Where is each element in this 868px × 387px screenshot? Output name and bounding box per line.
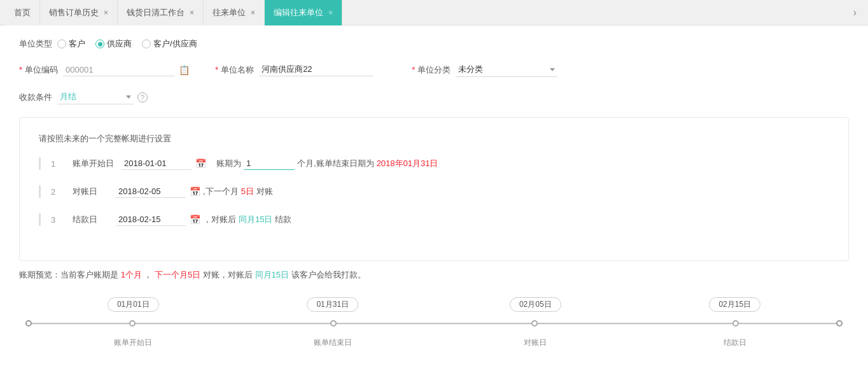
tab-close-partner-units[interactable]: × <box>251 8 255 17</box>
tab-home[interactable]: 首页 <box>5 0 40 25</box>
unit-category-chevron-icon <box>550 68 555 71</box>
timeline-date-4: 02月15日 <box>709 297 760 312</box>
unit-type-label: 单位类型 <box>19 38 52 50</box>
preview-part2: 下一个月5日 <box>155 270 200 279</box>
unit-code-item: * 单位编码 📋 <box>19 64 190 76</box>
unit-type-row: 单位类型 客户 供应商 客户/供应商 <box>19 38 849 50</box>
unit-category-item: * 单位分类 未分类 <box>412 62 557 77</box>
timeline-node-1: 01月01日 <box>108 297 159 317</box>
account-start-date-input[interactable] <box>122 157 192 170</box>
timeline-node-3: 02月05日 <box>510 297 561 317</box>
unit-name-required: * <box>215 65 218 74</box>
timeline-label-3: 对账日 <box>524 337 547 348</box>
payment-condition-chevron-icon <box>126 95 131 99</box>
timeline-date-1: 01月01日 <box>108 297 159 312</box>
timeline-node-2: 01月31日 <box>307 297 358 317</box>
unit-code-label: 单位编码 <box>25 64 58 76</box>
radio-both[interactable]: 客户/供应商 <box>142 38 197 50</box>
preview-part1: 1个月 <box>121 270 142 279</box>
payment-condition-help-icon[interactable]: ? <box>137 92 148 102</box>
period-value-input[interactable] <box>244 157 295 170</box>
timeline-date-3: 02月05日 <box>510 297 561 312</box>
preview-prefix: 账期预览：当前客户账期是 <box>19 270 118 279</box>
reconciliation-calendar-icon[interactable]: 📅 <box>190 186 200 197</box>
payment-date-input[interactable] <box>116 213 186 226</box>
preview-mid1: ， <box>144 270 152 279</box>
timeline-label-4: 结款日 <box>724 337 746 348</box>
reconciliation-prefix-text: ,下一个月 <box>203 186 239 197</box>
tab-more-button[interactable]: › <box>847 7 863 18</box>
row-num-3: 3 <box>51 215 60 225</box>
tab-close-sales-history[interactable]: × <box>104 8 108 17</box>
account-start-row: 1 账单开始日 📅 账期为 个月,账单结束日期为 2018年01月31日 <box>39 157 829 170</box>
preview-suffix: 该客户会给我打款。 <box>291 270 366 279</box>
panel-hint: 请按照未来的一个完整帐期进行设置 <box>39 133 829 144</box>
page-content: 单位类型 客户 供应商 客户/供应商 <box>0 25 868 387</box>
unit-name-input[interactable] <box>259 64 374 76</box>
timeline-node-4: 02月15日 <box>709 297 760 317</box>
unit-code-required: * <box>19 65 22 74</box>
timeline-container: 01月01日 01月31日 02月05日 02月15日 <box>19 297 849 348</box>
tab-cash-clearing[interactable]: 钱货日清工作台 × <box>118 0 204 25</box>
payment-condition-row: 收款条件 月结 ? <box>19 90 849 104</box>
unit-type-item: 单位类型 客户 供应商 客户/供应商 <box>19 38 197 50</box>
account-start-label: 账单开始日 <box>73 158 114 169</box>
unit-code-input[interactable] <box>63 64 175 76</box>
preview-part3: 同月15日 <box>255 270 289 279</box>
reconciliation-date-input[interactable] <box>116 185 186 198</box>
reconciliation-label: 对账日 <box>73 186 108 197</box>
unit-code-calendar-icon[interactable]: 📋 <box>179 65 190 75</box>
payment-date-label: 结款日 <box>73 214 108 225</box>
preview-mid2: 对账，对账后 <box>203 270 253 279</box>
radio-supplier-inner <box>98 42 102 46</box>
payment-date-row: 3 结款日 📅 ，对账后 同月15日 结款 <box>39 213 829 226</box>
timeline-label-2: 账单结束日 <box>314 337 352 348</box>
period-prefix-text: 账期为 <box>216 158 241 169</box>
reconciliation-suffix-text: 对账 <box>256 186 273 197</box>
preview-text: 账期预览：当前客户账期是 1个月 ， 下一个月5日 对账，对账后 同月15日 该… <box>19 267 849 282</box>
radio-supplier-label: 供应商 <box>107 38 132 50</box>
radio-customer-circle <box>57 39 66 48</box>
tabs-bar: 首页 销售订单历史 × 钱货日清工作台 × 往来单位 × 编辑往来单位 × › <box>0 0 868 25</box>
radio-group-unit-type: 客户 供应商 客户/供应商 <box>57 38 197 50</box>
timeline-date-2: 01月31日 <box>307 297 358 312</box>
payment-condition-label: 收款条件 <box>19 92 52 103</box>
radio-customer[interactable]: 客户 <box>57 38 85 50</box>
timeline-label-1: 账单开始日 <box>114 337 152 348</box>
account-end-date-highlight: 2018年01月31日 <box>377 158 438 169</box>
radio-supplier-circle <box>95 39 104 48</box>
payment-day-highlight: 同月15日 <box>239 214 272 225</box>
payment-condition-item: 收款条件 月结 ? <box>19 90 148 104</box>
radio-both-circle <box>142 39 151 48</box>
payment-prefix-text: ，对账后 <box>203 214 236 225</box>
row-num-1: 1 <box>51 159 60 169</box>
row-num-2: 2 <box>51 187 60 197</box>
radio-both-label: 客户/供应商 <box>153 38 197 50</box>
account-start-calendar-icon[interactable]: 📅 <box>195 158 206 169</box>
unit-name-label: 单位名称 <box>221 64 254 76</box>
tab-close-cash-clearing[interactable]: × <box>190 8 194 17</box>
tab-edit-partner[interactable]: 编辑往来单位 × <box>265 0 342 25</box>
reconciliation-row: 2 对账日 📅 ,下一个月 5日 对账 <box>39 185 829 198</box>
tab-close-edit-partner[interactable]: × <box>328 8 333 17</box>
unit-category-label: 单位分类 <box>417 64 451 76</box>
period-suffix-text: 个月,账单结束日期为 <box>297 158 374 169</box>
payment-condition-value: 月结 <box>60 91 123 102</box>
reconciliation-day-highlight: 5日 <box>241 186 254 197</box>
unit-category-select[interactable]: 未分类 <box>456 62 557 77</box>
unit-category-value: 未分类 <box>458 64 547 75</box>
tab-partner-units[interactable]: 往来单位 × <box>204 0 265 25</box>
payment-suffix-text: 结款 <box>275 214 291 225</box>
radio-customer-label: 客户 <box>69 38 85 50</box>
tab-sales-history[interactable]: 销售订单历史 × <box>40 0 118 25</box>
settings-panel: 请按照未来的一个完整帐期进行设置 1 账单开始日 📅 账期为 个月,账单结束日期… <box>19 117 849 261</box>
unit-category-required: * <box>412 65 415 74</box>
unit-info-row: * 单位编码 📋 * 单位名称 * 单位分类 未分类 <box>19 62 849 77</box>
radio-supplier[interactable]: 供应商 <box>95 38 132 50</box>
unit-name-item: * 单位名称 <box>215 64 374 76</box>
payment-calendar-icon[interactable]: 📅 <box>190 215 200 225</box>
payment-condition-select[interactable]: 月结 <box>57 90 134 104</box>
